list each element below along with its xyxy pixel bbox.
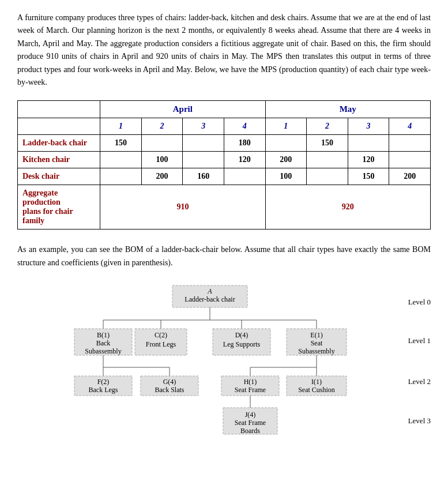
mps-cell	[183, 135, 224, 152]
svg-text:Boards: Boards	[240, 427, 260, 435]
mps-cell: 120	[224, 152, 265, 168]
mps-cell	[100, 168, 142, 185]
mps-cell: 100	[141, 152, 183, 168]
mps-cell: 200	[265, 152, 307, 168]
svg-text:Subassembly: Subassembly	[298, 347, 334, 355]
week-april-4: 4	[224, 118, 265, 135]
level0-label: Level 0	[408, 298, 431, 307]
svg-text:Seat Frame: Seat Frame	[235, 386, 266, 394]
svg-text:I(1): I(1)	[311, 378, 322, 386]
mps-cell	[307, 168, 348, 185]
bom-svg: A Ladder-back chair B(1) Back Subassembl…	[69, 280, 368, 458]
may-aggregate: 920	[265, 185, 430, 230]
svg-text:G(4): G(4)	[163, 378, 176, 386]
svg-text:Leg Supports: Leg Supports	[223, 340, 261, 348]
mps-cell: 120	[348, 152, 389, 168]
mps-cell	[183, 152, 224, 168]
week-april-1: 1	[100, 118, 142, 135]
mps-cell	[265, 135, 307, 152]
mps-table: April May 1 2 3 4 1 2 3 4 Ladder-back ch…	[17, 100, 431, 230]
mps-cell	[224, 168, 265, 185]
svg-text:Seat Cushion: Seat Cushion	[298, 386, 335, 394]
mps-cell: 180	[224, 135, 265, 152]
week-may-4: 4	[389, 118, 431, 135]
svg-text:Seat: Seat	[310, 339, 322, 347]
svg-text:C(2): C(2)	[155, 331, 167, 339]
mps-cell	[389, 152, 431, 168]
aggregate-label: Aggregate productionplans for chair fami…	[18, 185, 100, 230]
mps-cell: 150	[307, 135, 348, 152]
chair-label: Kitchen chair	[18, 152, 100, 168]
intro-paragraph: A furniture company produces three types…	[17, 12, 431, 89]
svg-text:F(2): F(2)	[97, 378, 109, 386]
bom-diagram: A Ladder-back chair B(1) Back Subassembl…	[69, 280, 357, 461]
bom-intro-paragraph: As an example, you can see the BOM of a …	[17, 243, 431, 269]
svg-text:J(4): J(4)	[244, 411, 255, 419]
mps-cell: 160	[183, 168, 224, 185]
mps-cell	[348, 135, 389, 152]
level1-label: Level 1	[408, 336, 431, 345]
week-may-3: 3	[348, 118, 389, 135]
april-header: April	[100, 101, 265, 118]
svg-text:Seat Frame: Seat Frame	[235, 419, 266, 427]
svg-text:A: A	[207, 287, 212, 295]
mps-cell: 150	[348, 168, 389, 185]
svg-text:Back Slats: Back Slats	[155, 386, 184, 394]
level3-label: Level 3	[408, 416, 431, 426]
mps-cell	[100, 152, 142, 168]
chair-label: Desk chair	[18, 168, 100, 185]
mps-cell	[141, 135, 183, 152]
svg-text:Back: Back	[96, 339, 111, 347]
svg-text:D(4): D(4)	[235, 331, 248, 339]
svg-text:H(1): H(1)	[243, 378, 257, 386]
week-april-3: 3	[183, 118, 224, 135]
svg-text:Subassembly: Subassembly	[85, 347, 121, 355]
mps-cell: 200	[141, 168, 183, 185]
week-may-2: 2	[307, 118, 348, 135]
mps-cell: 150	[100, 135, 142, 152]
svg-text:B(1): B(1)	[97, 331, 110, 339]
mps-cell	[307, 152, 348, 168]
chair-label: Ladder-back chair	[18, 135, 100, 152]
svg-text:Back Legs: Back Legs	[88, 386, 118, 394]
level2-label: Level 2	[408, 377, 431, 386]
svg-text:Ladder-back chair: Ladder-back chair	[185, 295, 235, 303]
week-april-2: 2	[141, 118, 183, 135]
may-header: May	[265, 101, 430, 118]
svg-text:Front Legs: Front Legs	[146, 340, 176, 348]
april-aggregate: 910	[100, 185, 265, 230]
level-labels: Level 0 Level 1 Level 2 Level 3	[408, 280, 431, 441]
week-may-1: 1	[265, 118, 307, 135]
bom-section: A Ladder-back chair B(1) Back Subassembl…	[17, 280, 431, 461]
mps-cell: 200	[389, 168, 431, 185]
svg-text:E(1): E(1)	[310, 331, 322, 339]
mps-cell	[389, 135, 431, 152]
mps-cell: 100	[265, 168, 307, 185]
